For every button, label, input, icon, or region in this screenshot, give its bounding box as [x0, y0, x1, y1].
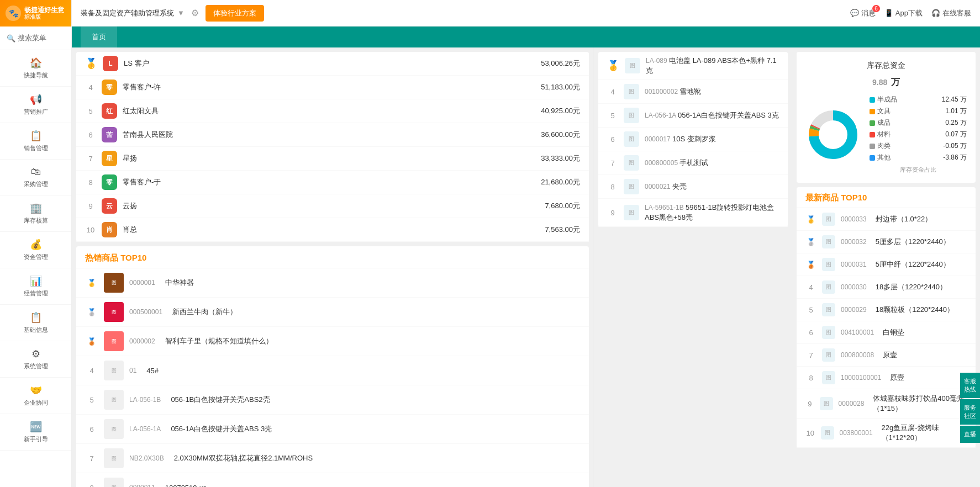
logo-text: 畅捷通好生意 标准版 — [24, 6, 64, 20]
search-label: 搜索菜单 — [18, 33, 46, 43]
phone-icon: 📱 — [884, 9, 893, 17]
app-download-button[interactable]: 📱 App下载 — [884, 8, 923, 18]
newest-item-10[interactable]: 10 图 003800001 22g鱼豆腐-烧烤味（1*12*20） — [797, 419, 976, 448]
inventory-amount-value: 9.88 — [872, 78, 887, 87]
sidebar-item-sales[interactable]: 📋 销售管理 — [0, 123, 71, 160]
rank-num-7: 9 — [85, 202, 96, 210]
topbar: 装备及固定资产辅助管理系统 ▼ ⚙ 体验行业方案 💬 消息 6 📱 App下载 … — [72, 0, 980, 27]
amount-2: 51,183.00元 — [541, 82, 580, 92]
newest-icon-2: 图 — [822, 235, 835, 248]
product-icon-4: 图 — [624, 131, 639, 147]
rank-num-8: 10 — [85, 226, 96, 234]
float-btn-community[interactable]: 服务社区 — [960, 399, 980, 425]
avatar-7: 云 — [102, 198, 117, 214]
sidebar-item-basic[interactable]: 📋 基础信息 — [0, 305, 71, 341]
hot-product-8[interactable]: 8 图 0000011 12070519-xs — [76, 473, 589, 487]
avatar-6: 零 — [102, 174, 117, 190]
product-item-1[interactable]: 🥇 图 LA-089 电池盖 LA-089 ABS本色+黑种 7.1克 — [598, 52, 788, 80]
product-code-4: 0000017 — [645, 135, 672, 143]
hot-rank-7: 7 — [85, 454, 98, 463]
product-rank-7: 9 — [607, 209, 618, 217]
rank-num-6: 8 — [85, 178, 96, 187]
system-label: 系统管理 — [24, 362, 48, 370]
trial-button[interactable]: 体验行业方案 — [206, 5, 264, 22]
amount-3: 40,925.00元 — [541, 106, 580, 116]
product-item-2[interactable]: 4 图 001000002 雪地靴 — [598, 80, 788, 104]
newest-item-5[interactable]: 5 图 0000029 18颗粒板（1220*2440） — [797, 299, 976, 321]
search-menu-button[interactable]: 🔍 搜索菜单 — [4, 31, 67, 45]
legend-value-5: -0.05 万 — [943, 141, 967, 151]
sidebar-item-guide[interactable]: 🆕 新手引导 — [0, 414, 71, 451]
hot-product-5[interactable]: 5 图 LA-056-1B 056-1B白色按键开关壳ABS2壳 — [76, 385, 589, 415]
hot-img-3: 图 — [104, 331, 124, 351]
hot-product-3[interactable]: 🥉 图 0000002 智利车子里（规格不知道填什么） — [76, 327, 589, 356]
product-name-2: 雪地靴 — [679, 87, 701, 96]
ranking-item-1[interactable]: 🥇 L LS 客户 53,006.26元 — [76, 52, 589, 76]
newest-rank-8: 8 — [805, 374, 816, 382]
customer-name-3: 红太阳文具 — [123, 106, 535, 116]
rank-num-3: 5 — [85, 107, 96, 115]
settings-icon[interactable]: ⚙ — [191, 8, 199, 18]
sidebar-item-purchase[interactable]: 🛍 采购管理 — [0, 160, 71, 195]
quicknav-icon: 🏠 — [30, 57, 42, 69]
online-service-button[interactable]: 🎧 在线客服 — [931, 8, 971, 18]
float-btn-live[interactable]: 直播 — [960, 426, 980, 443]
sidebar-item-operations[interactable]: 📊 经营管理 — [0, 268, 71, 305]
sidebar-item-quicknav[interactable]: 🏠 快捷导航 — [0, 50, 71, 87]
hot-code-5: LA-056-1B — [129, 396, 161, 404]
hot-name-3: 智利车子里（规格不知道填什么） — [165, 336, 273, 346]
newest-name-8: 原壹 — [890, 373, 904, 383]
newest-item-2[interactable]: 🥈 图 0000032 5厘多层（1220*2440） — [797, 231, 976, 253]
ranking-item-2[interactable]: 4 零 零售客户-许 51,183.00元 — [76, 76, 589, 99]
hot-img-6: 图 — [104, 419, 124, 439]
hot-product-1[interactable]: 🥇 图 0000001 中华神器 — [76, 268, 589, 298]
sidebar-item-enterprise[interactable]: 🤝 企业协同 — [0, 378, 71, 414]
product-name-5: 手机测试 — [679, 158, 708, 167]
float-btn-service[interactable]: 客服热线 — [960, 373, 980, 398]
hot-product-2[interactable]: 🥈 图 000500001 新西兰牛肉（新牛） — [76, 298, 589, 327]
service-label: 在线客服 — [942, 8, 971, 18]
sidebar-item-finance[interactable]: 💰 资金管理 — [0, 232, 71, 268]
search-section[interactable]: 🔍 搜索菜单 — [0, 27, 71, 50]
sidebar-item-inventory[interactable]: 🏢 库存核算 — [0, 195, 71, 232]
product-medal-1: 🥇 — [607, 60, 619, 72]
newest-item-6[interactable]: 6 图 004100001 白钢垫 — [797, 321, 976, 344]
product-icon-1: 图 — [625, 58, 640, 73]
newest-item-7[interactable]: 7 图 000800008 原壹 — [797, 344, 976, 367]
hot-product-4[interactable]: 4 图 01 45# — [76, 356, 589, 385]
newest-name-10: 22g鱼豆腐-烧烤味（1*12*20） — [882, 423, 967, 443]
enterprise-label: 企业协同 — [24, 399, 48, 407]
top-two-columns: 🥇 L LS 客户 53,006.26元 4 零 零售客户-许 51,183.0… — [72, 47, 792, 487]
tab-home[interactable]: 首页 — [81, 27, 117, 47]
newest-item-4[interactable]: 4 图 0000030 18多层（1220*2440） — [797, 276, 976, 299]
hot-rank-2: 🥈 — [85, 308, 98, 316]
ranking-item-3[interactable]: 5 红 红太阳文具 40,925.00元 — [76, 99, 589, 123]
newest-item-1[interactable]: 🥇 图 0000033 封边带（1.0*22） — [797, 208, 976, 231]
ranking-item-8[interactable]: 10 肖 肖总 7,563.00元 — [76, 218, 589, 242]
newest-code-9: 0000028 — [839, 400, 865, 407]
hot-product-6[interactable]: 6 图 LA-056-1A 056-1A白色按键开关盖ABS 3壳 — [76, 415, 589, 444]
ranking-item-4[interactable]: 6 苦 苦南县人民医院 36,600.00元 — [76, 123, 589, 147]
newest-item-8[interactable]: 8 图 10000100001 原壹 — [797, 367, 976, 389]
hot-img-8: 图 — [104, 478, 124, 487]
customer-name-5: 星扬 — [123, 153, 535, 163]
message-button[interactable]: 💬 消息 6 — [850, 8, 876, 18]
product-item-5[interactable]: 7 图 000800005 手机测试 — [598, 151, 788, 175]
newest-code-2: 0000032 — [841, 238, 867, 246]
hot-product-7[interactable]: 7 图 NB2.0X30B 2.0X30MM双搓花轴,搓花直径2.1MM/ROH… — [76, 444, 589, 473]
newest-rank-10: 10 — [805, 429, 815, 437]
newest-item-9[interactable]: 9 图 0000028 体城嘉枝味苏打饮品400毫升（1*15） — [797, 389, 976, 419]
ranking-item-5[interactable]: 7 星 星扬 33,333.00元 — [76, 147, 589, 171]
sidebar-item-marketing[interactable]: 📢 营销推广 — [0, 87, 71, 123]
headset-icon: 🎧 — [931, 9, 940, 17]
product-item-3[interactable]: 5 图 LA-056-1A 056-1A白色按键开关盖ABS 3克 — [598, 104, 788, 128]
dropdown-icon[interactable]: ▼ — [177, 9, 185, 17]
system-selector[interactable]: 装备及固定资产辅助管理系统 ▼ — [81, 8, 185, 18]
sidebar-item-system[interactable]: ⚙ 系统管理 — [0, 341, 71, 378]
newest-item-3[interactable]: 🥉 图 0000031 5厘中纤（1220*2440） — [797, 253, 976, 276]
product-item-6[interactable]: 8 图 0000021 夹壳 — [598, 175, 788, 199]
ranking-item-7[interactable]: 9 云 云扬 7,680.00元 — [76, 194, 589, 218]
ranking-item-6[interactable]: 8 零 零售客户-于 21,680.00元 — [76, 171, 589, 194]
product-item-7[interactable]: 9 图 LA-59651-1B 59651-1B旋转投影灯电池盒ABS黑色+58… — [598, 199, 788, 227]
product-item-4[interactable]: 6 图 0000017 10S 变刺罗浆 — [598, 128, 788, 151]
